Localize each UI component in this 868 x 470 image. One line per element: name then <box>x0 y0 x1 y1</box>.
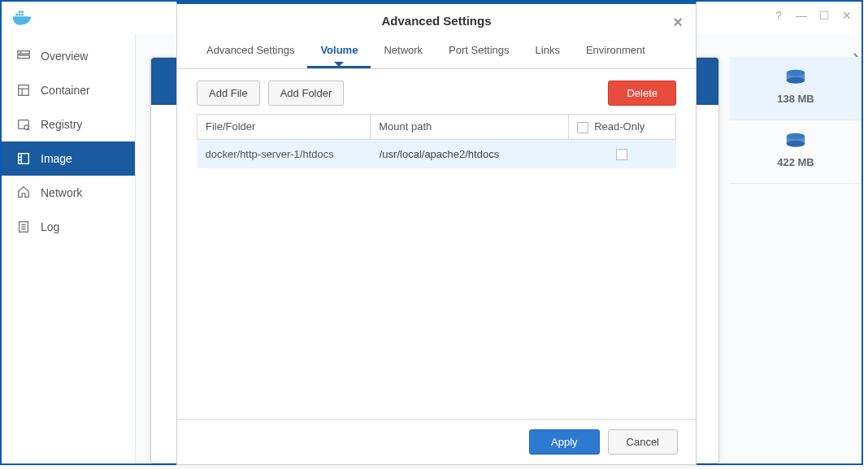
sidebar-item-log[interactable]: Log <box>2 210 135 244</box>
image-list: 138 MB 422 MB <box>730 57 861 184</box>
svg-rect-3 <box>19 11 21 13</box>
image-size: 422 MB <box>777 156 814 168</box>
docker-whale-icon <box>11 9 34 27</box>
window-maximize-icon[interactable]: ☐ <box>814 8 834 23</box>
svg-point-7 <box>20 52 21 53</box>
tab-advanced[interactable]: Advanced Settings <box>193 36 307 68</box>
readonly-checkbox[interactable] <box>616 149 627 160</box>
svg-rect-1 <box>19 14 21 16</box>
disk-stack-icon <box>783 68 808 88</box>
overview-icon <box>16 49 31 63</box>
container-icon <box>16 83 31 98</box>
svg-rect-0 <box>15 14 18 16</box>
image-size: 138 MB <box>777 93 814 105</box>
sidebar-label: Registry <box>41 118 82 131</box>
tab-network[interactable]: Network <box>371 36 436 68</box>
modal-title-bar: Advanced Settings × <box>177 4 696 34</box>
tab-volume[interactable]: Volume <box>307 36 371 68</box>
volume-row[interactable]: docker/http-server-1/htdocs <box>197 139 676 168</box>
sidebar-label: Image <box>41 152 72 165</box>
modal-close-icon[interactable]: × <box>673 14 683 30</box>
tab-port[interactable]: Port Settings <box>436 36 522 68</box>
window-minimize-icon[interactable]: — <box>792 8 811 23</box>
mount-path-cell <box>371 139 569 168</box>
file-folder-cell: docker/http-server-1/htdocs <box>197 139 371 168</box>
svg-rect-14 <box>19 154 29 164</box>
image-row[interactable]: 138 MB <box>730 57 861 120</box>
sidebar-label: Container <box>41 84 90 97</box>
tab-bar: Advanced Settings Volume Network Port Se… <box>177 36 696 69</box>
apply-button[interactable]: Apply <box>529 429 600 455</box>
image-icon <box>16 151 31 166</box>
sidebar-item-image[interactable]: Image <box>2 141 135 176</box>
image-row[interactable]: 422 MB <box>730 120 861 184</box>
svg-rect-6 <box>18 55 29 59</box>
sidebar-item-overview[interactable]: Overview <box>2 39 135 73</box>
sidebar: Overview Container Registry Image Networ… <box>2 34 136 463</box>
sidebar-label: Log <box>41 220 59 233</box>
network-icon <box>16 185 31 200</box>
volume-table: File/Folder Mount path Read-Only docker/… <box>197 114 676 168</box>
delete-button[interactable]: Delete <box>608 81 676 106</box>
svg-point-23 <box>787 77 805 84</box>
tab-environment[interactable]: Environment <box>573 36 658 68</box>
window-controls: ? — ☐ ✕ <box>769 8 857 23</box>
svg-rect-2 <box>21 14 24 16</box>
modal-footer: Apply Cancel <box>177 419 696 464</box>
advanced-settings-modal: Advanced Settings × Advanced Settings Vo… <box>176 2 697 465</box>
log-icon <box>16 220 31 234</box>
sidebar-label: Overview <box>41 50 88 63</box>
svg-rect-5 <box>18 51 29 54</box>
add-file-button[interactable]: Add File <box>197 81 260 106</box>
col-read-only: Read-Only <box>568 115 675 140</box>
modal-title-text: Advanced Settings <box>381 14 491 28</box>
cancel-button[interactable]: Cancel <box>608 429 678 455</box>
col-mount-path: Mount path <box>371 115 569 140</box>
col-file-folder: File/Folder <box>197 115 371 140</box>
sidebar-label: Network <box>41 186 82 199</box>
readonly-label: Read-Only <box>594 120 644 133</box>
sidebar-item-container[interactable]: Container <box>2 73 135 107</box>
sidebar-item-network[interactable]: Network <box>2 176 135 210</box>
disk-stack-icon <box>783 132 808 151</box>
window-close-icon[interactable]: ✕ <box>837 8 857 23</box>
app-window: ? — ☐ ✕ Overview Container Registry Imag… <box>0 0 863 465</box>
modal-body: Add File Add Folder Delete File/Folder M… <box>177 69 696 180</box>
readonly-cell <box>568 139 675 168</box>
window-help-icon[interactable]: ? <box>769 8 788 23</box>
tab-links[interactable]: Links <box>523 36 573 68</box>
svg-rect-4 <box>21 11 24 13</box>
mount-path-input[interactable] <box>379 147 561 161</box>
readonly-header-checkbox[interactable] <box>577 122 588 133</box>
sidebar-item-registry[interactable]: Registry <box>2 107 135 141</box>
registry-icon <box>16 117 31 132</box>
svg-rect-8 <box>19 85 29 96</box>
button-row: Add File Add Folder Delete <box>197 81 676 106</box>
add-folder-button[interactable]: Add Folder <box>268 81 345 106</box>
svg-point-25 <box>787 141 805 147</box>
